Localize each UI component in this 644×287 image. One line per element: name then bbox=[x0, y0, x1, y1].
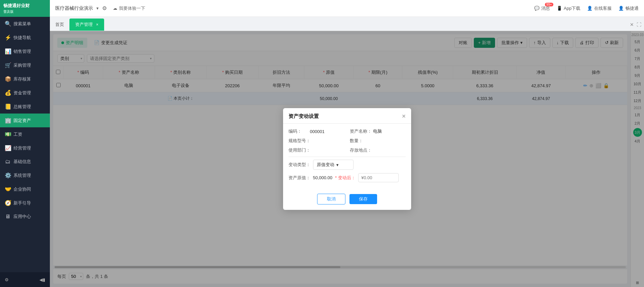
dialog-spec-field: 规格型号： bbox=[288, 138, 344, 144]
appstore-icon: 🖥 bbox=[5, 214, 11, 220]
message-btn[interactable]: 💬 消息 99+ bbox=[534, 5, 550, 11]
download-icon: 📱 bbox=[557, 6, 562, 11]
app-subtitle: 普及版 bbox=[3, 9, 30, 14]
sidebar-item-basic[interactable]: 🗂基础信息 bbox=[0, 155, 50, 168]
basic-icon: 🗂 bbox=[5, 159, 11, 165]
tab-asset-label: 资产管理 bbox=[75, 22, 93, 28]
user-avatar-icon: 👤 bbox=[618, 6, 624, 11]
finance-icon: 💰 bbox=[5, 90, 11, 96]
modal-overlay: 资产变动设置 × 编码： 000001 资产名称： 电脑 bbox=[50, 31, 644, 287]
sidebar-item-enterprise[interactable]: 🤝企业协同 bbox=[0, 182, 50, 196]
sidebar-nav: 🔍搜索菜单⚡快捷导航📊销售管理🛒采购管理📦库存核算💰资金管理📒总账管理🏢固定资产… bbox=[0, 17, 50, 272]
sidebar-item-quicknav[interactable]: ⚡快捷导航 bbox=[0, 31, 50, 44]
dialog-close-icon[interactable]: × bbox=[402, 113, 406, 120]
dialog-qty-field: 数量： bbox=[350, 138, 406, 144]
sidebar-label-inventory: 库存核算 bbox=[13, 76, 31, 82]
dialog-code-label: 编码： bbox=[288, 128, 309, 134]
dialog-location-label: 存放地点： bbox=[350, 147, 372, 153]
main-area: 医疗器械行业演示 ▾ ⚙ ☁ 我要体验一下 💬 消息 99+ 📱 App下载 👤… bbox=[50, 0, 644, 287]
sidebar-label-appstore: 应用中心 bbox=[13, 214, 31, 220]
sidebar-item-purchase[interactable]: 🛒采购管理 bbox=[0, 58, 50, 72]
asset-change-dialog: 资产变动设置 × 编码： 000001 资产名称： 电脑 bbox=[283, 108, 411, 210]
sidebar-item-search[interactable]: 🔍搜索菜单 bbox=[0, 17, 50, 31]
sidebar-bottom: ⚙ ◀▮ bbox=[0, 272, 50, 287]
dialog-divider bbox=[288, 157, 406, 157]
service-icon: 👤 bbox=[587, 6, 592, 11]
sidebar-label-purchase: 采购管理 bbox=[13, 62, 31, 68]
sidebar-label-fixed: 固定资产 bbox=[13, 118, 31, 124]
tab-asset-management[interactable]: 资产管理 × bbox=[69, 19, 104, 31]
settings-icon[interactable]: ⚙ bbox=[5, 277, 9, 282]
cancel-label: 取消 bbox=[327, 196, 336, 201]
dialog-code-field: 编码： 000001 bbox=[288, 128, 344, 134]
save-button[interactable]: 保存 bbox=[349, 194, 377, 204]
app-download-label: App下载 bbox=[564, 5, 580, 11]
system-icon: ⚙️ bbox=[5, 172, 11, 179]
inventory-icon: 📦 bbox=[5, 76, 11, 82]
sidebar-label-search: 搜索菜单 bbox=[13, 21, 31, 27]
sidebar-item-appstore[interactable]: 🖥应用中心 bbox=[0, 210, 50, 223]
app-download-btn[interactable]: 📱 App下载 bbox=[557, 5, 580, 11]
dialog-header: 资产变动设置 × bbox=[283, 108, 411, 124]
company-name: 医疗器械行业演示 bbox=[55, 5, 93, 11]
dialog-after-label: * 变动后： bbox=[335, 175, 356, 181]
tab-close-icon[interactable]: × bbox=[96, 22, 98, 27]
tab-home[interactable]: 首页 bbox=[50, 19, 69, 31]
dialog-change-type-select[interactable]: 原值变动 ▾ bbox=[313, 160, 354, 170]
dialog-change-type-value: 原值变动 bbox=[317, 162, 334, 168]
cancel-button[interactable]: 取消 bbox=[317, 194, 345, 204]
tabs-bar: 首页 资产管理 × ✕ ⛶ bbox=[50, 17, 644, 31]
dialog-change-type-row: 变动类型： 原值变动 ▾ bbox=[288, 160, 406, 170]
app-logo: 畅捷通好业财 普及版 bbox=[0, 0, 50, 17]
sidebar-label-salary: 工资 bbox=[13, 131, 22, 137]
sidebar: 畅捷通好业财 普及版 🔍搜索菜单⚡快捷导航📊销售管理🛒采购管理📦库存核算💰资金管… bbox=[0, 0, 50, 287]
message-badge: 99+ bbox=[545, 3, 553, 6]
sidebar-item-sales[interactable]: 📊销售管理 bbox=[0, 44, 50, 58]
change-type-dropdown-icon: ▾ bbox=[336, 162, 339, 167]
dialog-body: 编码： 000001 资产名称： 电脑 规格型号： bbox=[283, 124, 411, 190]
sidebar-item-salary[interactable]: 💵工资 bbox=[0, 127, 50, 141]
sidebar-label-operation: 经营管理 bbox=[13, 145, 31, 151]
sidebar-label-quicknav: 快捷导航 bbox=[13, 35, 31, 41]
tabs-controls: ✕ ⛶ bbox=[627, 19, 644, 31]
content-area: 资产明细 📄 变更生成凭证 对账 + 新增 批量操作 ▾ bbox=[50, 31, 644, 287]
sidebar-label-system: 系统管理 bbox=[13, 172, 31, 179]
tab-expand-icon[interactable]: ⛶ bbox=[637, 22, 641, 27]
sidebar-label-basic: 基础信息 bbox=[13, 159, 31, 165]
online-service-btn[interactable]: 👤 在线客服 bbox=[587, 5, 612, 11]
dialog-original-value: 50,000.00 bbox=[313, 175, 333, 180]
collapse-icon[interactable]: ◀▮ bbox=[39, 277, 45, 282]
dialog-qty-label: 数量： bbox=[350, 138, 370, 144]
app-title: 畅捷通好业财 bbox=[3, 3, 30, 9]
ledger-icon: 📒 bbox=[5, 103, 11, 110]
dialog-row-3: 使用部门： 存放地点： bbox=[288, 147, 406, 153]
dialog-after-input[interactable] bbox=[358, 173, 399, 182]
guide-icon: 🧭 bbox=[5, 200, 11, 206]
sidebar-item-ledger[interactable]: 📒总账管理 bbox=[0, 100, 50, 114]
sales-icon: 📊 bbox=[5, 48, 11, 55]
dialog-spec-label: 规格型号： bbox=[288, 138, 310, 144]
sidebar-label-sales: 销售管理 bbox=[13, 49, 31, 55]
dialog-row-2: 规格型号： 数量： bbox=[288, 138, 406, 144]
sidebar-item-inventory[interactable]: 📦库存核算 bbox=[0, 72, 50, 86]
dialog-code-value: 000001 bbox=[310, 129, 325, 134]
operation-icon: 📈 bbox=[5, 145, 11, 151]
dialog-amount-row: 资产原值： 50,000.00 * 变动后： bbox=[288, 173, 406, 182]
sidebar-label-ledger: 总账管理 bbox=[13, 104, 31, 110]
dialog-title: 资产变动设置 bbox=[288, 113, 319, 120]
sidebar-item-system[interactable]: ⚙️系统管理 bbox=[0, 168, 50, 182]
dialog-name-field: 资产名称： 电脑 bbox=[350, 128, 406, 134]
sidebar-item-guide[interactable]: 🧭新手引导 bbox=[0, 196, 50, 210]
user-btn[interactable]: 👤 畅捷通 bbox=[618, 5, 639, 11]
cloud-icon: ☁ bbox=[113, 6, 117, 11]
company-dropdown[interactable]: ▾ bbox=[96, 6, 99, 11]
tab-close-window-icon[interactable]: ✕ bbox=[630, 22, 634, 27]
dialog-location-field: 存放地点： bbox=[350, 147, 406, 153]
search-icon: 🔍 bbox=[5, 21, 11, 27]
settings-gear-icon[interactable]: ⚙ bbox=[102, 5, 107, 11]
experience-btn[interactable]: ☁ 我要体验一下 bbox=[113, 5, 145, 11]
sidebar-item-finance[interactable]: 💰资金管理 bbox=[0, 86, 50, 100]
sidebar-item-operation[interactable]: 📈经营管理 bbox=[0, 141, 50, 155]
dialog-dept-label: 使用部门： bbox=[288, 147, 310, 153]
sidebar-item-fixed[interactable]: 🏢固定资产 bbox=[0, 114, 50, 127]
